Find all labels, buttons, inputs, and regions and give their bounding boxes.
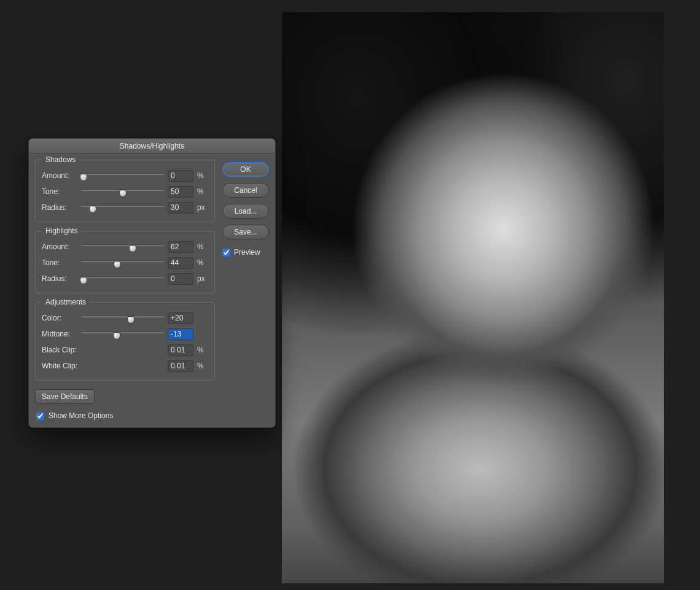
show-more-options-checkbox[interactable] bbox=[36, 412, 44, 420]
ok-button[interactable]: OK bbox=[222, 162, 269, 177]
shadows-amount-input[interactable] bbox=[168, 170, 193, 182]
highlights-legend: Highlights bbox=[42, 227, 82, 235]
black-clip-label: Black Clip: bbox=[42, 346, 80, 354]
unit-label: % bbox=[197, 171, 208, 180]
save-defaults-button[interactable]: Save Defaults bbox=[35, 389, 95, 404]
midtone-slider[interactable] bbox=[81, 328, 164, 340]
highlights-amount-label: Amount: bbox=[42, 243, 77, 251]
highlights-tone-label: Tone: bbox=[42, 258, 77, 267]
black-clip-input[interactable] bbox=[168, 344, 193, 356]
color-input[interactable] bbox=[168, 312, 193, 324]
unit-label: % bbox=[197, 258, 208, 267]
shadows-amount-label: Amount: bbox=[42, 171, 77, 180]
load-button[interactable]: Load... bbox=[222, 204, 269, 219]
slider-thumb-icon[interactable] bbox=[80, 277, 87, 284]
shadows-radius-label: Radius: bbox=[42, 203, 77, 212]
highlights-radius-slider[interactable] bbox=[81, 273, 164, 284]
show-more-options-label: Show More Options bbox=[49, 411, 113, 420]
slider-thumb-icon[interactable] bbox=[114, 261, 121, 268]
shadows-amount-slider[interactable] bbox=[81, 170, 164, 181]
adjustments-legend: Adjustments bbox=[42, 298, 90, 306]
white-clip-input[interactable] bbox=[168, 360, 193, 372]
document-canvas[interactable] bbox=[282, 12, 664, 583]
unit-label: px bbox=[197, 203, 208, 212]
midtone-label: Midtone: bbox=[42, 330, 77, 338]
shadows-tone-slider[interactable] bbox=[81, 186, 164, 197]
save-button[interactable]: Save... bbox=[222, 225, 269, 239]
preview-checkbox[interactable] bbox=[222, 249, 230, 257]
highlights-tone-input[interactable] bbox=[168, 257, 193, 269]
slider-thumb-icon[interactable] bbox=[129, 245, 136, 252]
highlights-amount-input[interactable] bbox=[168, 241, 193, 253]
shadows-tone-label: Tone: bbox=[42, 187, 77, 196]
slider-thumb-icon[interactable] bbox=[80, 174, 87, 181]
shadows-tone-input[interactable] bbox=[168, 186, 193, 198]
unit-label: % bbox=[197, 243, 208, 251]
highlights-radius-label: Radius: bbox=[42, 274, 77, 283]
color-slider[interactable] bbox=[81, 312, 164, 324]
slider-thumb-icon[interactable] bbox=[119, 190, 126, 197]
shadows-group: Shadows Amount: % Tone: bbox=[35, 160, 215, 222]
unit-label: px bbox=[197, 274, 208, 283]
shadows-radius-slider[interactable] bbox=[81, 202, 164, 213]
shadows-highlights-dialog: Shadows/Highlights Shadows Amount: % Ton… bbox=[28, 138, 276, 428]
color-label: Color: bbox=[42, 314, 77, 322]
slider-thumb-icon[interactable] bbox=[113, 332, 120, 340]
unit-label: % bbox=[197, 346, 208, 354]
highlights-group: Highlights Amount: % Tone: bbox=[35, 231, 215, 293]
shadows-legend: Shadows bbox=[42, 155, 79, 164]
highlights-tone-slider[interactable] bbox=[81, 257, 164, 268]
preview-label: Preview bbox=[234, 248, 260, 257]
cancel-button[interactable]: Cancel bbox=[222, 183, 269, 198]
unit-label: % bbox=[197, 187, 208, 196]
midtone-input[interactable] bbox=[168, 328, 193, 340]
adjustments-group: Adjustments Color: Midtone: bbox=[35, 302, 215, 381]
shadows-radius-input[interactable] bbox=[168, 202, 193, 214]
unit-label: % bbox=[197, 362, 208, 370]
slider-thumb-icon[interactable] bbox=[127, 316, 134, 324]
highlights-amount-slider[interactable] bbox=[81, 241, 164, 252]
highlights-radius-input[interactable] bbox=[168, 273, 193, 285]
slider-thumb-icon[interactable] bbox=[89, 206, 96, 213]
white-clip-label: White Clip: bbox=[42, 362, 80, 370]
dialog-title: Shadows/Highlights bbox=[29, 139, 275, 153]
